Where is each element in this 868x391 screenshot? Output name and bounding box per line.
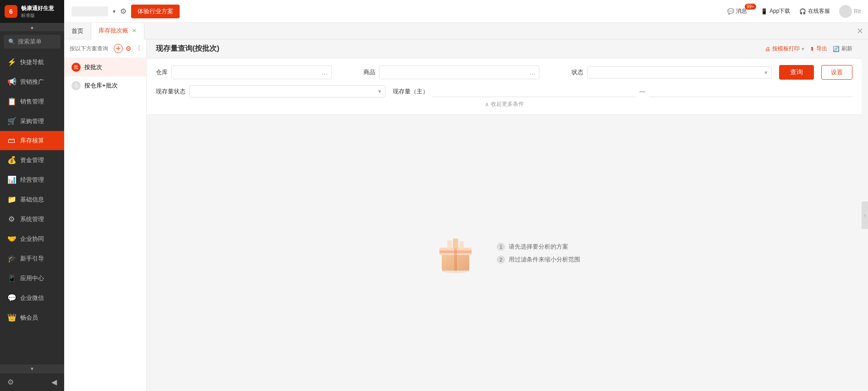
- purchase-icon: 🛒: [7, 117, 16, 125]
- tab-close-icon[interactable]: ✕: [132, 27, 137, 34]
- sidebar-item-label: 新手引导: [20, 255, 44, 263]
- topbar: ▾ ⚙ 体验行业方案 💬 消息 99+ 📱 App下载 🎧 在线客服 Rit: [64, 0, 868, 23]
- footer-collapse-icon[interactable]: ◀: [51, 378, 57, 386]
- filter-row-1: 仓库 ... 商品 ... 状态: [156, 65, 852, 80]
- sidebar-item-label: 畅会员: [20, 314, 38, 322]
- goods-dots-btn[interactable]: ...: [529, 68, 535, 76]
- headset-icon: 🎧: [799, 8, 806, 15]
- basic-icon: 📁: [7, 195, 16, 204]
- app-edition: 标准版: [21, 12, 54, 19]
- sidebar-item-shortcuts[interactable]: ⚡ 快捷导航: [0, 52, 64, 72]
- goods-field: 商品 ...: [363, 65, 564, 79]
- empty-tips: 1 请先选择要分析的方案 2 用过滤条件来缩小分析范围: [497, 243, 580, 264]
- sidebar-item-system[interactable]: ⚙ 系统管理: [0, 209, 64, 229]
- svg-rect-5: [439, 250, 472, 253]
- sidebar-item-app-center[interactable]: 📱 应用中心: [0, 268, 64, 288]
- status-dropdown-icon: ▾: [764, 69, 768, 76]
- tab-home[interactable]: 首页: [64, 23, 91, 39]
- sidebar-search[interactable]: 🔍 搜索菜单: [4, 35, 60, 49]
- left-panel-collapse-btn[interactable]: 《: [134, 44, 141, 53]
- sidebar-header: 6 畅康通好生意 标准版: [0, 0, 64, 23]
- warehouse-dots-btn[interactable]: ...: [322, 68, 328, 76]
- sidebar-item-sales[interactable]: 📋 销售管理: [0, 92, 64, 111]
- sidebar-item-finance[interactable]: 💰 资金管理: [0, 150, 64, 170]
- nav-dropdown-btn[interactable]: ▾: [113, 8, 115, 15]
- messages-btn[interactable]: 💬 消息 99+: [727, 7, 752, 15]
- sidebar-item-inventory[interactable]: 🗃 库存核算: [0, 131, 64, 150]
- sidebar-search-label: 搜索菜单: [18, 38, 42, 46]
- warehouse-field: 仓库 ...: [156, 65, 356, 79]
- inventory-qty-from[interactable]: [432, 86, 636, 97]
- user-avatar-btn[interactable]: Rit: [839, 5, 861, 18]
- system-icon: ⚙: [7, 215, 16, 223]
- query-btn[interactable]: 查询: [779, 65, 814, 80]
- messages-badge: 99+: [745, 4, 756, 10]
- right-scroll-handle[interactable]: ›: [862, 201, 868, 229]
- online-service-label: 在线客服: [808, 7, 830, 15]
- app-download-btn[interactable]: 📱 App下载: [761, 7, 790, 15]
- print-dropdown-icon: ▾: [802, 46, 804, 52]
- sidebar-item-label: 企业协同: [20, 235, 44, 243]
- search-icon: 🔍: [8, 38, 15, 45]
- scheme-icon-red: 批: [71, 63, 81, 72]
- tab-batch-account[interactable]: 库存批次账 ✕: [91, 23, 144, 39]
- sidebar-item-label: 资金管理: [20, 156, 44, 164]
- left-panel: 按以下方案查询 + ⚙ 《 批 按批次 仓 按仓库+批次: [64, 39, 147, 391]
- scheme-settings-btn[interactable]: ⚙: [126, 45, 132, 52]
- app-center-icon: 📱: [7, 274, 16, 282]
- sidebar-item-label: 应用中心: [20, 274, 44, 282]
- inventory-status-label: 现存量状态: [156, 87, 186, 96]
- add-scheme-btn[interactable]: +: [114, 44, 123, 53]
- settings-btn[interactable]: 设置: [821, 65, 852, 80]
- sidebar-item-label: 销售管理: [20, 98, 44, 106]
- left-panel-actions: + ⚙ 《: [114, 44, 141, 53]
- filter-collapse-row[interactable]: ∧ 收起更多条件: [156, 98, 852, 108]
- online-service-btn[interactable]: 🎧 在线客服: [799, 7, 830, 15]
- sidebar-item-member[interactable]: 👑 畅会员: [0, 308, 64, 327]
- empty-tip-1: 1 请先选择要分析的方案: [497, 243, 580, 251]
- collapse-label: 收起更多条件: [491, 100, 524, 108]
- sidebar-item-label: 经营管理: [20, 176, 44, 184]
- warehouse-input[interactable]: ...: [171, 65, 332, 79]
- svg-rect-6: [447, 240, 452, 249]
- sidebar: 6 畅康通好生意 标准版 ▲ 🔍 搜索菜单 ⚡ 快捷导航 📢 营销推广 📋 销售…: [0, 0, 64, 391]
- sidebar-item-enterprise[interactable]: 🤝 企业协同: [0, 229, 64, 249]
- scheme-item-by-batch[interactable]: 批 按批次: [64, 58, 146, 76]
- sidebar-item-basic[interactable]: 📁 基础信息: [0, 190, 64, 209]
- sidebar-item-wechat[interactable]: 💬 企业微信: [0, 288, 64, 308]
- topbar-settings-icon[interactable]: ⚙: [120, 7, 126, 16]
- enterprise-icon: 🤝: [7, 234, 16, 243]
- nav-input[interactable]: [71, 6, 108, 16]
- tip-number-2: 2: [497, 255, 505, 264]
- svg-rect-7: [453, 239, 458, 249]
- sidebar-scroll-down[interactable]: ▼: [0, 364, 64, 373]
- refresh-btn[interactable]: 🔄 刷新: [833, 45, 852, 53]
- empty-illustration: [428, 226, 483, 281]
- sidebar-item-purchase[interactable]: 🛒 采购管理: [0, 111, 64, 131]
- inventory-status-field: 现存量状态 ▾: [156, 85, 385, 98]
- content-area: 按以下方案查询 + ⚙ 《 批 按批次 仓 按仓库+批次 现存量查询(按批次): [64, 39, 868, 391]
- refresh-label: 刷新: [841, 45, 852, 53]
- export-btn[interactable]: ⬆ 导出: [810, 45, 827, 53]
- goods-input[interactable]: ...: [379, 65, 539, 79]
- shortcuts-icon: ⚡: [7, 58, 16, 66]
- status-input[interactable]: ▾: [587, 66, 772, 79]
- scheme-item-by-warehouse-batch[interactable]: 仓 按仓库+批次: [64, 76, 146, 95]
- tab-panel-close-btn[interactable]: ✕: [857, 26, 863, 36]
- footer-settings-icon[interactable]: ⚙: [7, 378, 14, 386]
- inventory-qty-to[interactable]: [649, 86, 852, 97]
- experience-btn[interactable]: 体验行业方案: [131, 5, 180, 18]
- left-panel-header: 按以下方案查询 + ⚙ 《: [64, 39, 146, 58]
- sidebar-item-guide[interactable]: 🎓 新手引导: [0, 249, 64, 268]
- inventory-status-input[interactable]: ▾: [189, 85, 385, 98]
- sidebar-item-marketing[interactable]: 📢 营销推广: [0, 72, 64, 92]
- empty-tip-1-text: 请先选择要分析的方案: [509, 243, 568, 251]
- goods-label: 商品: [363, 68, 375, 76]
- print-template-btn[interactable]: 🖨 按模板打印 ▾: [765, 45, 804, 53]
- operations-icon: 📊: [7, 175, 16, 184]
- empty-tip-2: 2 用过滤条件来缩小分析范围: [497, 255, 580, 264]
- sidebar-item-operations[interactable]: 📊 经营管理: [0, 170, 64, 190]
- sidebar-scroll-up[interactable]: ▲: [0, 23, 64, 31]
- marketing-icon: 📢: [7, 77, 16, 86]
- inventory-status-dropdown-icon: ▾: [378, 88, 381, 95]
